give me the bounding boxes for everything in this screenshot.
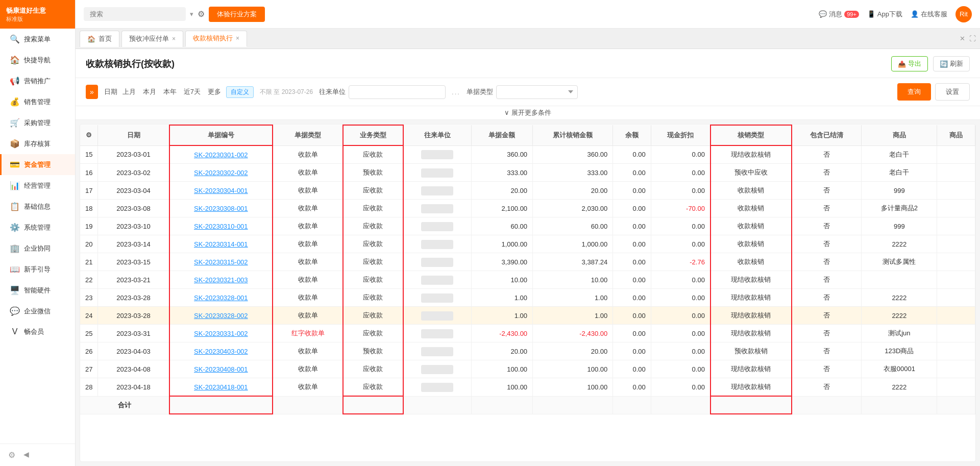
cell-balance: 0.00 [613, 217, 651, 235]
page-actions: 📤 导出 🔄 刷新 [891, 56, 970, 71]
sidebar-item-sales[interactable]: 💰 销售管理 [0, 91, 75, 112]
sidebar: 畅康道好生意 标准版 🔍 搜索菜单🏠 快捷导航📢 营销推广💰 销售管理🛒 采购管… [0, 0, 76, 466]
search-input[interactable] [84, 7, 186, 21]
cell-include-settled: 否 [792, 200, 862, 217]
cell-writeoff-amt: 1.00 [533, 289, 613, 307]
sidebar-item-system[interactable]: ⚙️ 系统管理 [0, 217, 75, 238]
cell-doc-no[interactable]: SK-20230301-002 [169, 145, 273, 164]
refresh-btn[interactable]: 🔄 刷新 [933, 56, 970, 71]
th-writeoff-amt: 累计核销金额 [533, 125, 613, 145]
sidebar-item-member[interactable]: V 畅会员 [0, 322, 75, 342]
topbar-gear-icon[interactable]: ⚙ [198, 9, 205, 19]
service-btn[interactable]: 👤 在线客服 [911, 10, 947, 19]
tab1-close-icon[interactable]: × [172, 35, 176, 42]
cell-doc-type: 收款单 [273, 217, 343, 235]
sidebar-item-operation[interactable]: 📊 经营管理 [0, 175, 75, 196]
filter-actions: 查询 设置 [897, 83, 970, 101]
cell-balance: 0.00 [613, 200, 651, 217]
cell-cash-discount: 0.00 [651, 271, 710, 289]
sidebar-item-basic[interactable]: 📋 基础信息 [0, 196, 75, 217]
table-row: 28 2023-04-18 SK-20230418-001 收款单 应收款 10… [80, 378, 975, 397]
cell-doc-no[interactable]: SK-20230408-001 [169, 360, 273, 378]
th-settings[interactable]: ⚙ [80, 125, 98, 145]
tab-home[interactable]: 🏠 首页 [80, 31, 119, 47]
sidebar-collapse-icon[interactable]: ◀ [23, 450, 29, 460]
sidebar-item-hardware[interactable]: 🖥️ 智能硬件 [0, 280, 75, 301]
export-btn[interactable]: 📤 导出 [891, 56, 928, 71]
table-head: ⚙ 日期 单据编号 单据类型 业务类型 往来单位 单据金额 累计核销金额 余额 … [80, 125, 975, 145]
sidebar-item-wechat[interactable]: 💬 企业微信 [0, 301, 75, 322]
setting-btn[interactable]: 设置 [935, 83, 970, 101]
cell-no: 21 [80, 253, 98, 271]
topbar-dropdown-icon[interactable]: ▾ [190, 10, 193, 18]
expand-more-bar[interactable]: ∨ 展开更多条件 [76, 106, 980, 120]
messages-badge: 99+ [844, 11, 859, 18]
tab-writeoff[interactable]: 收款核销执行 × [185, 31, 247, 47]
cell-product2 [937, 253, 975, 271]
cell-doc-no[interactable]: SK-20230321-003 [169, 271, 273, 289]
sidebar-item-enterprise[interactable]: 🏢 企业协同 [0, 238, 75, 259]
tab-expand-icon[interactable]: ⛶ [969, 35, 976, 42]
enterprise-icon: 🏢 [10, 243, 20, 253]
cell-cash-discount: 0.00 [651, 235, 710, 253]
basic-icon: 📋 [10, 202, 20, 211]
messages-btn[interactable]: 💬 消息 99+ [819, 10, 859, 19]
sidebar-item-marketing[interactable]: 📢 营销推广 [0, 70, 75, 91]
cell-doc-no[interactable]: SK-20230328-001 [169, 289, 273, 307]
cell-cash-discount: -70.00 [651, 200, 710, 217]
doctype-select[interactable]: 收款单 红字收款单 [496, 85, 578, 99]
cell-writeoff-amt: 100.00 [533, 378, 613, 397]
filter-date-group: 日期 上月 本月 本年 近7天 更多 自定义 [104, 86, 254, 98]
date-more[interactable]: 更多 [206, 86, 223, 97]
sidebar-item-guide[interactable]: 📖 新手引导 [0, 259, 75, 280]
sidebar-item-inventory[interactable]: 📦 库存核算 [0, 133, 75, 154]
table-row: 24 2023-03-28 SK-20230328-002 收款单 应收款 1.… [80, 307, 975, 325]
export-icon: 📤 [898, 60, 906, 68]
partner-input[interactable] [349, 85, 446, 99]
cell-doc-type: 收款单 [273, 360, 343, 378]
sidebar-item-finance[interactable]: 💳 资金管理 [0, 154, 75, 175]
export-label: 导出 [908, 59, 921, 68]
cell-doc-no[interactable]: SK-20230315-002 [169, 253, 273, 271]
cell-doc-no[interactable]: SK-20230308-001 [169, 200, 273, 217]
cell-product2 [937, 182, 975, 200]
filter-dots[interactable]: ... [452, 88, 460, 96]
date-custom-btn[interactable]: 自定义 [226, 86, 254, 98]
cell-doc-type: 收款单 [273, 145, 343, 164]
sidebar-item-nav[interactable]: 🏠 快捷导航 [0, 50, 75, 70]
tab-close-all-icon[interactable]: ✕ [960, 35, 965, 42]
cell-writeoff-amt: 360.00 [533, 145, 613, 164]
cell-product2 [937, 325, 975, 342]
date-this-year[interactable]: 本年 [161, 86, 179, 97]
industry-btn[interactable]: 体验行业方案 [209, 7, 265, 22]
cell-doc-no[interactable]: SK-20230310-001 [169, 217, 273, 235]
cell-doc-no[interactable]: SK-20230314-001 [169, 235, 273, 253]
query-btn[interactable]: 查询 [897, 83, 931, 101]
sidebar-settings-icon[interactable]: ⚙ [8, 450, 15, 460]
user-avatar[interactable]: Rit [955, 6, 972, 22]
cell-writeoff-type: 现结收款核销 [710, 145, 792, 164]
date-this-month[interactable]: 本月 [141, 86, 158, 97]
cell-doc-no[interactable]: SK-20230418-001 [169, 378, 273, 397]
date-last-month[interactable]: 上月 [120, 86, 138, 97]
filter-toggle-btn[interactable]: » [86, 85, 98, 99]
tab2-close-icon[interactable]: × [236, 35, 239, 42]
cell-doc-no[interactable]: SK-20230302-002 [169, 164, 273, 182]
cell-doc-type: 收款单 [273, 253, 343, 271]
cell-biz-type: 应收款 [343, 253, 403, 271]
cell-doc-no[interactable]: SK-20230304-001 [169, 182, 273, 200]
sidebar-label-operation: 经营管理 [24, 181, 51, 190]
app-download-btn[interactable]: 📱 App下载 [867, 10, 902, 19]
sidebar-label-member: 畅会员 [24, 327, 44, 336]
sidebar-item-purchase[interactable]: 🛒 采购管理 [0, 112, 75, 133]
cell-no: 28 [80, 378, 98, 397]
date-label: 日期 [104, 87, 117, 96]
service-label: 在线客服 [921, 10, 947, 19]
date-7days[interactable]: 近7天 [182, 86, 203, 97]
cell-doc-no[interactable]: SK-20230331-002 [169, 325, 273, 342]
cell-date: 2023-03-04 [98, 182, 169, 200]
tab-prepayment[interactable]: 预收冲应付单 × [121, 31, 183, 47]
sidebar-item-search[interactable]: 🔍 搜索菜单 [0, 29, 75, 50]
cell-doc-no[interactable]: SK-20230403-002 [169, 342, 273, 360]
cell-doc-no[interactable]: SK-20230328-002 [169, 307, 273, 325]
